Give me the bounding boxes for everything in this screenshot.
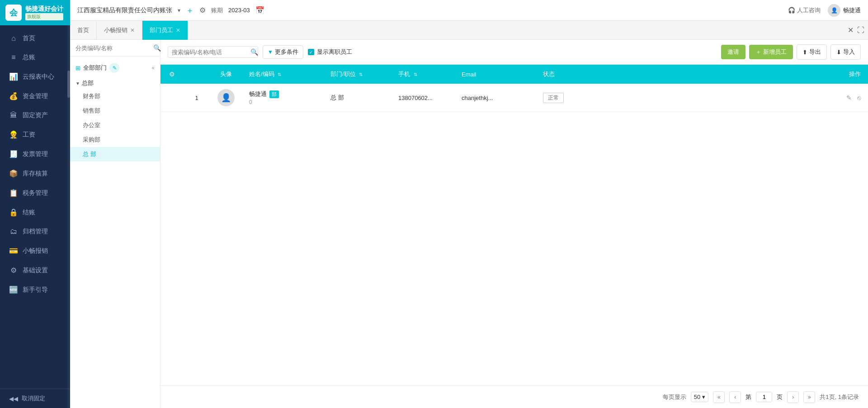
sidebar-item-tax[interactable]: 📋 税务管理 [0,183,70,203]
show-resigned-checkbox[interactable]: ✓ [308,49,314,55]
name-header-label: 姓名/编码 [249,71,274,77]
sidebar-item-basic[interactable]: ⚙ 基础设置 [0,261,70,280]
show-resigned-toggle[interactable]: ✓ 显示离职员工 [308,48,352,56]
table-header-row: ⚙ 头像 姓名/编码 ⇅ 部门/职位 [160,65,868,84]
row-email-cell: chanjethkj... [454,84,536,112]
delete-button[interactable]: ⎋ [857,94,861,101]
user-name: 畅捷通 [843,6,861,14]
avatar: 👤 [828,4,840,17]
dept-collapse-button[interactable]: « [151,65,155,71]
sidebar-pin-toggle[interactable]: ◀◀ 取消固定 [0,389,70,408]
dept-all-item[interactable]: ⊞ 全部部门 ✎ « [70,59,160,76]
email-header-label: Email [462,71,476,78]
dept-item-office[interactable]: 办公室 [70,118,160,133]
sidebar-item-payroll[interactable]: 👷 工资 [0,125,70,144]
dept-group-label-text: 总部 [82,79,94,87]
table-header-settings[interactable]: ⚙ [160,65,183,84]
logo-text-block: 畅捷通好会计 旗舰版 [25,5,63,21]
sidebar-item-invoice[interactable]: 🧾 发票管理 [0,144,70,164]
support-button[interactable]: 🎧 人工咨询 [788,6,821,14]
expand-tab-button[interactable]: ⛶ [857,26,864,34]
filter-button[interactable]: ▼ 更多条件 [263,45,303,59]
sidebar-item-close-label: 结账 [23,209,35,217]
sidebar-item-inventory[interactable]: 📦 库存核算 [0,164,70,183]
tab-expense[interactable]: 小畅报销 ✕ [97,21,142,40]
sidebar-item-funds[interactable]: 💰 资金管理 [0,86,70,106]
headset-icon: 🎧 [788,7,795,14]
dept-search-icon[interactable]: 🔍 [153,44,161,52]
sidebar-item-inventory-label: 库存核算 [23,170,48,178]
page-size-select[interactable]: 50 ▾ [691,392,708,402]
tab-employees-label: 部门员工 [150,26,173,34]
sidebar-item-expense[interactable]: 💳 小畅报销 [0,241,70,261]
export-button[interactable]: ⬆ 导出 [797,44,827,60]
employee-toolbar: 🔍 ▼ 更多条件 ✓ 显示离职员工 邀请 ＋ 新增员工 [160,40,868,65]
prev-page-button[interactable]: ‹ [729,391,741,403]
sidebar-item-close[interactable]: 🔒 结账 [0,203,70,222]
company-dropdown-icon[interactable]: ▾ [178,7,180,14]
avatar-header-label: 头像 [220,71,232,77]
first-page-button[interactable]: « [713,391,725,403]
dept-item-sales[interactable]: 销售部 [70,104,160,118]
employee-email: chanjethkj... [462,95,493,101]
edit-button[interactable]: ✎ [846,94,852,101]
tab-employees-close[interactable]: ✕ [176,27,180,33]
dept-tree: ⊞ 全部部门 ✎ « ▼ 总部 财务部 销售部 办公室 采购部 总 部 [70,57,160,408]
table-header-dept[interactable]: 部门/职位 ⇅ [323,65,391,84]
row-dept-cell: 总 部 [323,84,391,112]
employee-dept: 总 部 [330,94,344,101]
ledger-icon: ≡ [9,53,18,62]
close-tab-button[interactable]: ✕ [848,26,854,34]
table-header-status: 状态 [536,65,590,84]
name-sort-icon[interactable]: ⇅ [278,72,281,77]
table-header-phone[interactable]: 手机 ⇅ [391,65,454,84]
tab-home[interactable]: 首页 [70,21,97,40]
add-employee-button[interactable]: ＋ 新增员工 [749,45,793,59]
tab-employees[interactable]: 部门员工 ✕ [142,21,188,40]
table-settings-icon[interactable]: ⚙ [169,71,175,78]
dept-item-general[interactable]: 总 部 [70,147,160,161]
pin-icon: ◀◀ [9,395,18,402]
table-header-name[interactable]: 姓名/编码 ⇅ [242,65,323,84]
user-menu[interactable]: 👤 畅捷通 [828,4,861,17]
invite-button[interactable]: 邀请 [721,45,745,59]
add-company-button[interactable]: ＋ [186,5,194,16]
first-page-icon: « [717,394,721,400]
tabbar-right: ✕ ⛶ [848,26,868,34]
sidebar-item-assets-label: 固定资产 [23,111,48,119]
employee-search-input[interactable] [172,49,248,56]
phone-sort-icon[interactable]: ⇅ [414,72,417,77]
calendar-icon[interactable]: 📅 [255,6,264,14]
tab-expense-close[interactable]: ✕ [130,27,135,33]
sidebar-item-archive[interactable]: 🗂 归档管理 [0,222,70,241]
import-icon: ⬇ [836,49,841,56]
row-name-cell: 畅捷通 部 0 [242,84,323,112]
period-value[interactable]: 2023-03 [228,7,250,14]
dept-item-purchase[interactable]: 采购部 [70,133,160,147]
dept-search-input[interactable] [75,45,151,52]
sidebar-item-reports[interactable]: 📊 云报表中心 [0,67,70,86]
settings-button[interactable]: ⚙ [199,6,206,14]
sidebar-item-ledger[interactable]: ≡ 总账 [0,48,70,67]
sidebar-item-assets[interactable]: 🏛 固定资产 [0,106,70,125]
last-page-button[interactable]: » [803,391,815,403]
sidebar-item-funds-label: 资金管理 [23,92,48,100]
last-page-icon: » [808,394,811,400]
pagination: 每页显示 50 ▾ « ‹ 第 页 › » [160,385,868,408]
dept-sort-icon[interactable]: ⇅ [359,72,363,77]
page-size-arrow: ▾ [702,394,705,400]
page-number-input[interactable] [756,392,772,402]
toolbar-right: 邀请 ＋ 新增员工 ⬆ 导出 ⬇ 导入 [721,44,861,60]
dept-item-finance[interactable]: 财务部 [70,89,160,104]
content-area: 🔍 ⊞ 全部部门 ✎ « ▼ 总部 财务部 销售部 办公室 采购部 总 部 [70,40,868,408]
import-button[interactable]: ⬇ 导入 [830,44,861,60]
tax-icon: 📋 [9,189,18,197]
next-page-button[interactable]: › [787,391,799,403]
sidebar-item-home[interactable]: ⌂ 首页 [0,29,70,48]
assets-icon: 🏛 [9,111,18,119]
employee-search-icon[interactable]: 🔍 [250,48,258,56]
sidebar-item-guide[interactable]: 🆕 新手引导 [0,280,70,299]
filter-label: 更多条件 [275,48,298,56]
dept-edit-button[interactable]: ✎ [109,63,119,73]
dept-group[interactable]: ▼ 总部 [70,76,160,89]
